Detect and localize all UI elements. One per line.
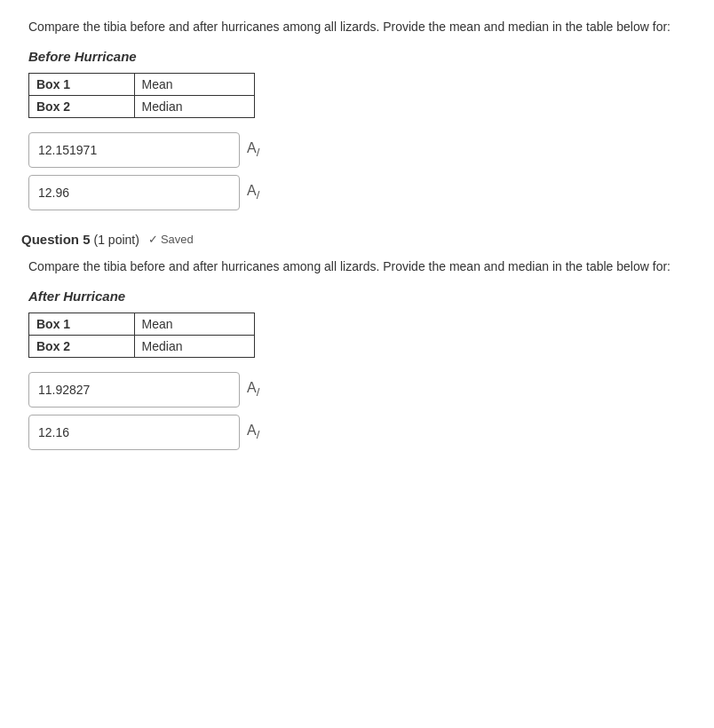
after-box1-label: Box 1	[29, 313, 135, 336]
question5-points: (1 point)	[94, 233, 139, 247]
before-hurricane-table: Box 1 Mean Box 2 Median	[28, 73, 255, 118]
after-hurricane-title: After Hurricane	[28, 289, 693, 304]
after-mean-row: A/	[28, 372, 693, 408]
before-median-row: A/	[28, 175, 693, 210]
before-inputs-block: A/ A/	[28, 132, 693, 210]
before-median-label: Median	[134, 96, 254, 118]
after-box2-label: Box 2	[29, 336, 135, 358]
after-mean-label: Mean	[134, 313, 254, 336]
saved-check-icon: ✓	[148, 233, 158, 246]
before-mean-label: Mean	[134, 74, 254, 96]
before-hurricane-section: Compare the tibia before and after hurri…	[21, 18, 693, 210]
before-intro-text: Compare the tibia before and after hurri…	[28, 18, 693, 36]
before-median-spellcheck-icon[interactable]: A/	[247, 183, 259, 202]
after-mean-input[interactable]	[28, 372, 240, 408]
after-hurricane-section: Compare the tibia before and after hurri…	[21, 257, 693, 450]
table-row: Box 2 Median	[29, 336, 255, 358]
saved-badge: ✓ Saved	[148, 233, 194, 246]
after-median-row: A/	[28, 415, 693, 450]
before-mean-row: A/	[28, 132, 693, 168]
before-hurricane-title: Before Hurricane	[28, 49, 693, 64]
after-hurricane-table: Box 1 Mean Box 2 Median	[28, 313, 255, 358]
after-mean-spellcheck-icon[interactable]: A/	[247, 380, 259, 399]
before-box2-label: Box 2	[29, 96, 135, 118]
table-row: Box 1 Mean	[29, 313, 255, 336]
after-intro-text: Compare the tibia before and after hurri…	[28, 257, 693, 276]
before-mean-spellcheck-icon[interactable]: A/	[247, 140, 259, 159]
table-row: Box 2 Median	[29, 96, 255, 118]
question5-number: Question 5	[21, 232, 91, 247]
after-median-label: Median	[134, 336, 254, 358]
question5-header: Question 5 (1 point) ✓ Saved	[21, 232, 693, 247]
table-row: Box 1 Mean	[29, 74, 255, 96]
before-box1-label: Box 1	[29, 74, 135, 96]
after-median-spellcheck-icon[interactable]: A/	[247, 423, 259, 441]
before-mean-input[interactable]	[28, 132, 240, 168]
after-inputs-block: A/ A/	[28, 372, 693, 450]
saved-label: Saved	[161, 233, 194, 246]
after-median-input[interactable]	[28, 415, 240, 450]
before-median-input[interactable]	[28, 175, 240, 210]
